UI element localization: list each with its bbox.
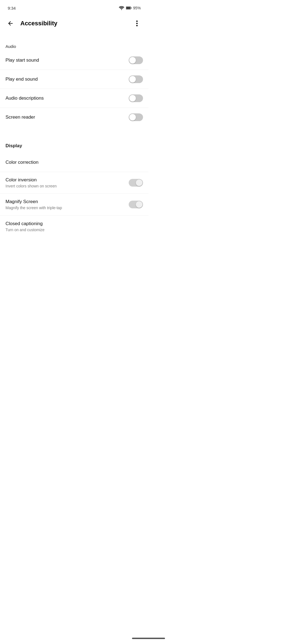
color-correction-content: Color correction xyxy=(6,159,143,165)
svg-rect-2 xyxy=(131,7,131,9)
play-end-sound-title: Play end sound xyxy=(6,76,129,82)
audio-descriptions-content: Audio descriptions xyxy=(6,95,129,101)
page-title: Accessibility xyxy=(20,20,131,27)
screen-reader-content: Screen reader xyxy=(6,114,129,120)
closed-captioning-title: Closed captioning xyxy=(6,221,143,227)
audio-descriptions-thumb xyxy=(129,95,136,102)
color-inversion-subtitle: Invert colors shown on screen xyxy=(6,184,129,189)
audio-descriptions-title: Audio descriptions xyxy=(6,95,129,101)
svg-point-6 xyxy=(136,25,138,26)
color-inversion-content: Color inversion Invert colors shown on s… xyxy=(6,177,129,189)
screen-reader-thumb xyxy=(129,114,136,121)
back-button[interactable] xyxy=(4,17,16,29)
svg-point-4 xyxy=(136,21,138,22)
magnify-screen-title: Magnify Screen xyxy=(6,199,129,205)
more-options-button[interactable] xyxy=(131,17,143,29)
wifi-icon xyxy=(119,6,124,10)
play-end-sound-item[interactable]: Play end sound xyxy=(0,70,148,89)
play-end-sound-content: Play end sound xyxy=(6,76,129,82)
play-start-sound-content: Play start sound xyxy=(6,57,129,63)
play-start-sound-toggle[interactable] xyxy=(129,56,143,64)
display-section-header: Display xyxy=(0,138,148,151)
magnify-screen-item[interactable]: Magnify Screen Magnify the screen with t… xyxy=(0,194,148,215)
app-bar: Accessibility xyxy=(0,14,148,33)
color-correction-title: Color correction xyxy=(6,159,143,165)
screen-reader-title: Screen reader xyxy=(6,114,129,120)
audio-section-header: Audio xyxy=(0,39,148,51)
play-start-sound-item[interactable]: Play start sound xyxy=(0,51,148,70)
closed-captioning-content: Closed captioning Turn on and customize xyxy=(6,221,143,232)
audio-descriptions-toggle[interactable] xyxy=(129,94,143,102)
status-time: 9:34 xyxy=(8,6,16,10)
play-start-sound-thumb xyxy=(129,57,136,64)
screen-reader-item[interactable]: Screen reader xyxy=(0,108,148,127)
closed-captioning-subtitle: Turn on and customize xyxy=(6,227,143,232)
svg-point-0 xyxy=(121,9,122,10)
audio-descriptions-item[interactable]: Audio descriptions xyxy=(0,89,148,108)
svg-point-5 xyxy=(136,23,138,24)
status-bar: 9:34 95% xyxy=(0,0,148,14)
magnify-screen-toggle[interactable] xyxy=(129,201,143,208)
battery-icon xyxy=(126,6,131,10)
status-icons: 95% xyxy=(119,6,141,10)
color-correction-item[interactable]: Color correction xyxy=(0,153,148,172)
color-inversion-thumb xyxy=(136,179,142,186)
color-inversion-item[interactable]: Color inversion Invert colors shown on s… xyxy=(0,172,148,193)
battery-percentage: 95% xyxy=(133,6,141,10)
play-end-sound-thumb xyxy=(129,76,136,83)
play-start-sound-title: Play start sound xyxy=(6,57,129,63)
closed-captioning-item[interactable]: Closed captioning Turn on and customize xyxy=(0,216,148,237)
screen-reader-toggle[interactable] xyxy=(129,113,143,121)
svg-rect-3 xyxy=(126,7,130,9)
magnify-screen-subtitle: Magnify the screen with triple-tap xyxy=(6,205,129,210)
color-inversion-toggle[interactable] xyxy=(129,179,143,187)
color-inversion-title: Color inversion xyxy=(6,177,129,183)
magnify-screen-content: Magnify Screen Magnify the screen with t… xyxy=(6,199,129,210)
play-end-sound-toggle[interactable] xyxy=(129,75,143,83)
